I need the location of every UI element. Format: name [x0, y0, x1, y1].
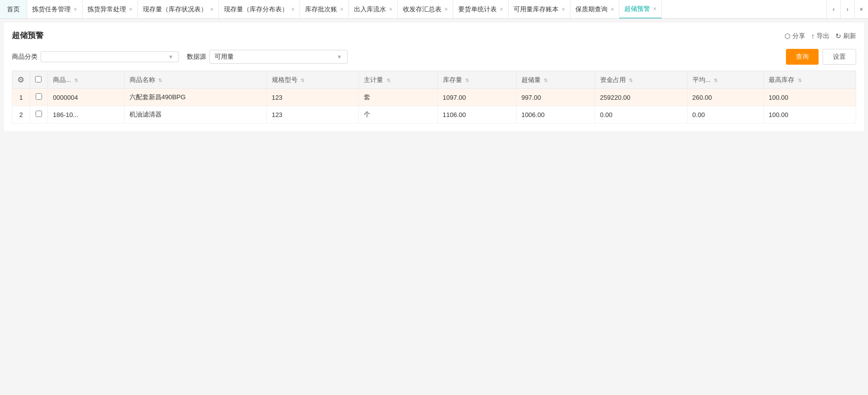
nav-tab-4[interactable]: 现存量（库存分布表） ×	[219, 0, 300, 19]
nav-arrows: ‹ › ×	[826, 0, 868, 19]
row-capital: 259220.00	[595, 89, 687, 106]
th-sku-sort-icon[interactable]: ⇅	[74, 78, 78, 83]
th-max-label: 最高库存	[769, 76, 794, 83]
table-row: 2 186-10... 机油滤清器 123 个 1106.00 1006.00 …	[12, 106, 856, 123]
th-capital: 资金占用 ⇅	[595, 71, 687, 89]
row-overflow: 1006.00	[516, 106, 595, 123]
row-spec: 123	[266, 89, 359, 106]
row-sku: 0000004	[48, 89, 125, 106]
setting-button[interactable]: 设置	[823, 49, 856, 65]
row-checkbox[interactable]	[36, 93, 42, 100]
th-name-sort-icon[interactable]: ⇅	[158, 78, 162, 83]
th-spec-sort-icon[interactable]: ⇅	[301, 78, 304, 83]
nav-arrow-right[interactable]: ›	[840, 0, 854, 19]
nav-tab-1[interactable]: 拣货任务管理 ×	[27, 0, 83, 19]
filter-datasource-select[interactable]: 可用量 ▼	[209, 50, 347, 64]
row-checkbox[interactable]	[36, 111, 42, 117]
refresh-label: 刷新	[843, 32, 856, 40]
row-avg: 260.00	[687, 89, 764, 106]
row-sku: 186-10...	[48, 106, 125, 123]
th-avg-label: 平均...	[693, 76, 711, 83]
nav-tab-10-close[interactable]: ×	[610, 6, 614, 13]
nav-tab-7-label: 收发存汇总表	[403, 5, 441, 14]
query-button[interactable]: 查询	[786, 49, 819, 65]
row-spec: 123	[266, 106, 359, 123]
table-header-row: ⚙ 商品... ⇅ 商品名称 ⇅ 规格型号 ⇅ 主计量	[12, 71, 856, 89]
nav-tab-4-close[interactable]: ×	[291, 6, 295, 13]
nav-tab-2[interactable]: 拣货异常处理 ×	[83, 0, 138, 19]
filter-category-arrow-icon: ▼	[168, 54, 174, 60]
row-unit: 个	[359, 106, 437, 123]
nav-tab-3-close[interactable]: ×	[210, 6, 214, 13]
export-action[interactable]: ↑ 导出	[811, 32, 829, 40]
filter-datasource-arrow-icon: ▼	[337, 54, 342, 60]
nav-tab-8-close[interactable]: ×	[500, 6, 503, 13]
gear-icon[interactable]: ⚙	[17, 76, 24, 84]
row-name: 机油滤清器	[124, 106, 266, 123]
nav-tab-2-label: 拣货异常处理	[87, 5, 126, 14]
th-stock-label: 库存量	[443, 76, 462, 83]
refresh-icon: ↻	[835, 32, 841, 40]
nav-arrow-left[interactable]: ‹	[826, 0, 840, 19]
th-capital-sort-icon[interactable]: ⇅	[629, 78, 633, 83]
row-stock: 1106.00	[437, 106, 516, 123]
nav-tab-10[interactable]: 保质期查询 ×	[570, 0, 619, 19]
nav-tab-8-label: 要货单统计表	[458, 5, 497, 14]
th-avg-sort-icon[interactable]: ⇅	[714, 78, 718, 83]
nav-tab-6-label: 出入库流水	[354, 5, 386, 14]
nav-tab-7-close[interactable]: ×	[444, 6, 448, 13]
page-title: 超储预警	[12, 31, 43, 41]
nav-tab-5[interactable]: 库存批次账 ×	[300, 0, 349, 19]
row-unit: 套	[359, 89, 437, 106]
row-avg: 0.00	[687, 106, 764, 123]
share-label: 分享	[792, 32, 805, 40]
nav-tab-9[interactable]: 可用量库存账本 ×	[509, 0, 570, 19]
data-table: ⚙ 商品... ⇅ 商品名称 ⇅ 规格型号 ⇅ 主计量	[12, 71, 856, 123]
export-label: 导出	[817, 32, 829, 40]
nav-tab-3[interactable]: 现存量（库存状况表） ×	[138, 0, 219, 19]
table-row: 1 0000004 六配套新昌490BPG 123 套 1097.00 997.…	[12, 89, 856, 106]
filter-datasource-label: 数据源	[187, 52, 206, 61]
row-num-cell: 1	[12, 89, 30, 106]
th-unit-label: 主计量	[364, 76, 383, 83]
th-unit-sort-icon[interactable]: ⇅	[387, 78, 391, 83]
th-settings: ⚙	[12, 71, 30, 89]
nav-tab-1-label: 拣货任务管理	[32, 5, 71, 14]
main-content: 超储预警 ⬡ 分享 ↑ 导出 ↻ 刷新 商品分类 ▼ 数据源	[4, 23, 864, 131]
nav-tab-3-label: 现存量（库存状况表）	[143, 5, 207, 14]
nav-tab-11-label: 超储预警	[624, 4, 650, 13]
row-num-cell: 2	[12, 106, 30, 123]
nav-arrow-close-all[interactable]: ×	[854, 0, 868, 19]
nav-tab-9-close[interactable]: ×	[562, 6, 565, 13]
nav-tab-5-close[interactable]: ×	[340, 6, 344, 13]
th-overflow-label: 超储量	[521, 76, 541, 83]
nav-tab-9-label: 可用量库存账本	[514, 5, 559, 14]
nav-tab-11-close[interactable]: ×	[653, 5, 656, 12]
nav-tab-6[interactable]: 出入库流水 ×	[349, 0, 398, 19]
nav-tab-4-label: 现存量（库存分布表）	[224, 5, 288, 14]
nav-tab-8[interactable]: 要货单统计表 ×	[453, 0, 509, 19]
th-max-sort-icon[interactable]: ⇅	[798, 78, 802, 83]
row-capital: 0.00	[595, 106, 687, 123]
th-sku: 商品... ⇅	[48, 71, 125, 89]
refresh-action[interactable]: ↻ 刷新	[835, 32, 856, 40]
th-unit: 主计量 ⇅	[359, 71, 437, 89]
nav-tab-7[interactable]: 收发存汇总表 ×	[398, 0, 453, 19]
th-overflow: 超储量 ⇅	[516, 71, 595, 89]
nav-tab-1-close[interactable]: ×	[74, 6, 77, 13]
select-all-checkbox[interactable]	[35, 76, 42, 82]
nav-tab-2-close[interactable]: ×	[129, 6, 132, 13]
th-overflow-sort-icon[interactable]: ⇅	[544, 78, 548, 83]
top-nav: 首页 拣货任务管理 × 拣货异常处理 × 现存量（库存状况表） × 现存量（库存…	[0, 0, 868, 19]
nav-home[interactable]: 首页	[0, 0, 27, 19]
share-action[interactable]: ⬡ 分享	[784, 32, 805, 40]
row-overflow: 997.00	[516, 89, 595, 106]
share-icon: ⬡	[784, 32, 790, 40]
filter-category-select[interactable]: ▼	[41, 51, 179, 62]
th-name-label: 商品名称	[130, 76, 155, 83]
th-stock-sort-icon[interactable]: ⇅	[465, 78, 469, 83]
filter-category-label: 商品分类	[12, 52, 38, 61]
nav-tab-6-close[interactable]: ×	[389, 6, 392, 13]
title-actions: ⬡ 分享 ↑ 导出 ↻ 刷新	[784, 32, 856, 40]
nav-tab-11[interactable]: 超储预警 ×	[619, 0, 662, 19]
